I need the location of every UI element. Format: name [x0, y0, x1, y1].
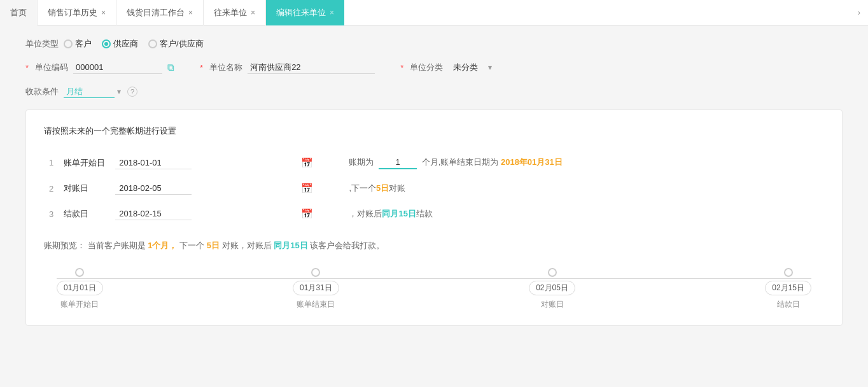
tab-cash-work-label: 钱货日清工作台: [127, 7, 185, 18]
timeline: 01月01日 账单开始日 01月31日 账单结束日 02月05日 对账日 02月…: [44, 268, 824, 310]
node-date-1: 01月01日: [57, 281, 103, 295]
preview-text-1: 当前客户账期是: [88, 241, 146, 250]
suffix-day-2: 5日: [376, 183, 389, 193]
radio-both[interactable]: 客户/供应商: [148, 38, 204, 50]
calendar-cell-1: 📅: [296, 150, 344, 176]
step-num-3: 3: [44, 201, 59, 227]
step-num-2: 2: [44, 176, 59, 201]
node-dot-4: [784, 268, 793, 277]
tab-sales-history[interactable]: 销售订单历史 ×: [38, 0, 116, 25]
suffix-post-2: 对账: [389, 183, 405, 193]
chevron-down-payment-icon[interactable]: ▾: [117, 87, 121, 96]
suffix-pre-2: ,下一个: [349, 183, 376, 193]
step-date-input-1[interactable]: [115, 157, 192, 169]
preview-hl2: 5日: [207, 241, 220, 250]
tab-partner-unit[interactable]: 往来单位 ×: [204, 0, 266, 25]
step-date-input-3[interactable]: [115, 208, 192, 220]
unit-type-radio-group: 客户 供应商 客户/供应商: [64, 38, 204, 50]
period-prefix: 账期为: [349, 157, 374, 167]
radio-both-label: 客户/供应商: [160, 38, 204, 50]
step-suffix-3: ，对账后同月15日结款: [344, 201, 824, 227]
timeline-node-4: 02月15日 结款日: [765, 268, 811, 310]
tab-partner-unit-label: 往来单位: [214, 7, 247, 18]
close-icon[interactable]: ×: [188, 8, 193, 17]
preview-label: 账期预览：: [44, 241, 85, 250]
calendar-cell-2: 📅: [296, 176, 344, 201]
period-input[interactable]: [379, 156, 417, 169]
node-name-4: 结款日: [777, 299, 800, 310]
unit-code-input[interactable]: [73, 61, 162, 74]
step-suffix-2: ,下一个5日对账: [344, 176, 824, 201]
timeline-node-1: 01月01日 账单开始日: [57, 268, 103, 310]
step-date-cell-3: [110, 201, 296, 227]
calendar-icon-1[interactable]: 📅: [301, 157, 313, 168]
radio-circle-both: [148, 39, 157, 48]
unit-category-label: 单位分类: [410, 62, 443, 73]
preview-text-4: 该客户会给我打款。: [310, 241, 384, 250]
step-label-2: 对账日: [59, 176, 110, 201]
required-star: *: [400, 63, 403, 73]
step-num-1: 1: [44, 150, 59, 176]
card-title: 请按照未来的一个完整帐期进行设置: [44, 125, 824, 137]
close-icon[interactable]: ×: [101, 8, 106, 17]
tab-sales-history-label: 销售订单历史: [48, 7, 97, 18]
node-name-1: 账单开始日: [60, 299, 99, 310]
node-dot-3: [548, 268, 557, 277]
period-end-date: 2018年01月31日: [501, 157, 563, 167]
timeline-node-2: 01月31日 账单结束日: [293, 268, 339, 310]
required-star: *: [25, 63, 29, 73]
tab-edit-partner[interactable]: 编辑往来单位 ×: [266, 0, 344, 25]
timeline-node-3: 02月05日 对账日: [529, 268, 575, 310]
help-icon[interactable]: ?: [127, 87, 137, 97]
unit-category-field: * 单位分类 未分类 ▾: [400, 62, 492, 73]
step-row-2: 2 对账日 📅 ,下一个5日对账: [44, 176, 824, 201]
tab-edit-partner-label: 编辑往来单位: [276, 7, 326, 18]
step-date-input-2[interactable]: [115, 182, 192, 195]
radio-customer-label: 客户: [75, 38, 92, 50]
node-dot-1: [75, 268, 84, 277]
step-label-3: 结款日: [59, 201, 110, 227]
settings-card: 请按照未来的一个完整帐期进行设置 1 账单开始日 📅 账期为: [25, 109, 843, 326]
node-name-3: 对账日: [541, 299, 564, 310]
unit-fields-row: * 单位编码 ⧉ * 单位名称 * 单位分类 未分类 ▾: [25, 61, 843, 74]
node-date-4: 02月15日: [765, 281, 811, 295]
suffix-post-3: 结款: [416, 209, 433, 218]
step-date-cell-2: [110, 176, 296, 201]
preview-text-3: 对账，对账后: [222, 241, 272, 250]
timeline-nodes: 01月01日 账单开始日 01月31日 账单结束日 02月05日 对账日 02月…: [57, 268, 811, 310]
unit-code-field: * 单位编码 ⧉: [25, 61, 174, 74]
calendar-icon-3[interactable]: 📅: [301, 208, 313, 219]
tab-home-label: 首页: [10, 7, 27, 18]
calendar-icon-2[interactable]: 📅: [301, 183, 313, 194]
period-suffix: 个月,账单结束日期为: [422, 157, 499, 167]
step-suffix-1: 账期为 个月,账单结束日期为 2018年01月31日: [344, 150, 824, 176]
unit-code-label: 单位编码: [35, 62, 68, 73]
suffix-pre-3: ，对账后: [349, 209, 382, 218]
unit-name-label: 单位名称: [209, 62, 242, 73]
payment-terms-row: 收款条件 ▾ ?: [25, 85, 843, 98]
tab-more-button[interactable]: ›: [850, 8, 868, 17]
copy-icon[interactable]: ⧉: [167, 62, 174, 73]
preview-section: 账期预览： 当前客户账期是 1个月， 下一个 5日 对账，对账后 同月15日 该…: [44, 238, 824, 253]
tab-home[interactable]: 首页: [0, 0, 38, 25]
preview-hl1: 1个月，: [148, 241, 177, 250]
node-date-2: 01月31日: [293, 281, 339, 295]
required-star: *: [200, 63, 203, 73]
payment-terms-select[interactable]: ▾: [64, 85, 121, 98]
payment-terms-input[interactable]: [64, 85, 115, 98]
chevron-down-icon[interactable]: ▾: [488, 63, 492, 72]
close-icon[interactable]: ×: [330, 8, 334, 17]
node-date-3: 02月05日: [529, 281, 575, 295]
payment-terms-label: 收款条件: [25, 86, 59, 97]
tab-cash-work[interactable]: 钱货日清工作台 ×: [116, 0, 204, 25]
step-row-3: 3 结款日 📅 ，对账后同月15日结款: [44, 201, 824, 227]
step-date-cell-1: [110, 150, 296, 176]
radio-customer[interactable]: 客户: [64, 38, 92, 50]
radio-circle-customer: [64, 39, 73, 48]
unit-name-input[interactable]: [248, 61, 375, 74]
step-row-1: 1 账单开始日 📅 账期为 个月,账单结束日期为 2018年01月31日: [44, 150, 824, 176]
tabs-bar: 首页 销售订单历史 × 钱货日清工作台 × 往来单位 × 编辑往来单位 × ›: [0, 0, 868, 25]
close-icon[interactable]: ×: [251, 8, 255, 17]
preview-hl3: 同月15日: [274, 241, 307, 250]
radio-supplier[interactable]: 供应商: [102, 38, 138, 50]
